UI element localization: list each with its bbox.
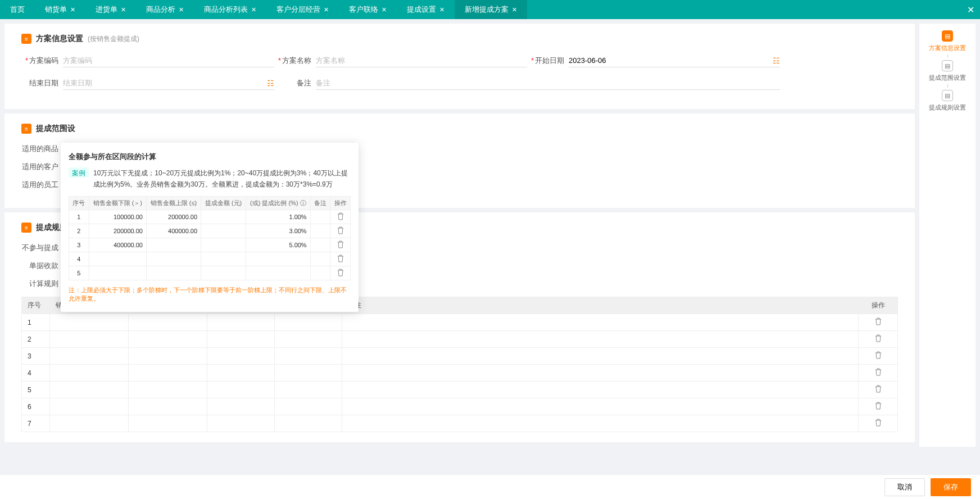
exclude-label: 不参与提成 [21, 243, 63, 253]
rule-table: 序号 销售金额下限(＞) 销售金额上限(≤) 提成金额(元) (或)提成比例(%… [21, 297, 898, 432]
panel-icon: ≡ [21, 124, 31, 134]
rule-th-remark: 备注 [342, 297, 859, 314]
delete-icon[interactable] [874, 368, 882, 376]
tab-客户分层经营[interactable]: 客户分层经营✕ [266, 0, 339, 19]
step-nav: ▤方案信息设置▤提成范围设置▤提成规则设置 [919, 24, 976, 447]
rule-row[interactable]: 5 [22, 382, 898, 398]
delete-icon[interactable] [337, 269, 344, 276]
popover-row: 4 [69, 252, 351, 266]
tab-商品分析[interactable]: 商品分析✕ [136, 0, 194, 19]
step-label: 方案信息设置 [929, 44, 966, 52]
step-icon: ▤ [942, 60, 953, 71]
start-date-input[interactable] [569, 54, 770, 67]
end-date-field: 结束日期 ☷ [21, 76, 274, 90]
delete-icon[interactable] [337, 212, 344, 220]
remark-input[interactable] [316, 76, 780, 89]
pop-th-op: 操作 [330, 196, 351, 210]
delete-icon[interactable] [874, 317, 882, 325]
rule-row[interactable]: 3 [22, 348, 898, 365]
popover-note: 注：上限必须大于下限；多个阶梯时，下一个阶梯下限要等于前一阶梯上限；不同行之间下… [69, 286, 351, 303]
receive-label: 单据收款 [21, 261, 63, 271]
plan-code-label: 方案编码 [29, 56, 58, 65]
step-connector [947, 55, 948, 58]
pop-th-lower: 销售金额下限 (＞) [89, 196, 146, 210]
popover-row: 1100000.00200000.001.00% [69, 210, 351, 224]
calendar-icon[interactable]: ☷ [267, 79, 274, 88]
step-label: 提成范围设置 [929, 74, 966, 82]
delete-icon[interactable] [874, 419, 882, 427]
tab-close-icon[interactable]: ✕ [439, 6, 444, 13]
tab-销货单[interactable]: 销货单✕ [35, 0, 85, 19]
start-date-label: 开始日期 [535, 56, 564, 65]
end-date-label: 结束日期 [29, 79, 58, 87]
save-button[interactable]: 保存 [931, 478, 971, 481]
cancel-button[interactable]: 取消 [884, 478, 925, 481]
remark-label: 备注 [297, 79, 311, 87]
tab-商品分析列表[interactable]: 商品分析列表✕ [194, 0, 266, 19]
step-nav-item[interactable]: ▤方案信息设置 [929, 30, 966, 52]
remark-field: 备注 [274, 76, 780, 90]
rule-row[interactable]: 4 [22, 365, 898, 382]
popover-title: 全额参与所在区间段的计算 [69, 152, 351, 162]
panel2-title: 提成范围设 [36, 124, 75, 134]
rule-row[interactable]: 7 [22, 415, 898, 432]
delete-icon[interactable] [874, 385, 882, 393]
panel-icon: ≡ [21, 34, 31, 44]
pop-th-amount: 提成金额 (元) [201, 196, 246, 210]
tab-close-icon[interactable]: ✕ [251, 6, 256, 13]
pop-th-remark: 备注 [310, 196, 330, 210]
rule-row[interactable]: 1 [22, 314, 898, 331]
delete-icon[interactable] [874, 402, 882, 410]
delete-icon[interactable] [337, 241, 344, 248]
popover-row: 5 [69, 266, 351, 280]
tab-新增提成方案[interactable]: 新增提成方案✕ [455, 0, 527, 19]
calc-rule-popover: 全额参与所在区间段的计算 案例 10万元以下无提成；10~20万元提成比例为1%… [61, 143, 359, 312]
rule-th-idx: 序号 [22, 297, 50, 314]
tab-提成设置[interactable]: 提成设置✕ [397, 0, 455, 19]
panel-icon: ≡ [21, 223, 31, 233]
tab-首页[interactable]: 首页 [0, 0, 35, 19]
panel-plan-info: ≡ 方案信息设置 (按销售金额提成) *方案编码 *方案名称 *开始日期 [4, 24, 915, 109]
rule-row[interactable]: 2 [22, 331, 898, 348]
footer-bar: 取消 保存 [0, 474, 980, 480]
delete-icon[interactable] [874, 351, 882, 359]
tab-客户联络[interactable]: 客户联络✕ [339, 0, 397, 19]
scope-goods-label: 适用的商品 [21, 144, 63, 154]
start-date-field: *开始日期 ☷ [527, 54, 780, 67]
popover-row: 3400000.005.00% [69, 238, 351, 252]
plan-name-field: *方案名称 [274, 54, 527, 67]
delete-icon[interactable] [337, 226, 344, 234]
delete-icon[interactable] [337, 255, 344, 262]
pop-th-idx: 序号 [69, 196, 89, 210]
plan-code-field: *方案编码 [21, 54, 274, 67]
step-icon: ▤ [942, 90, 953, 101]
tab-close-icon[interactable]: ✕ [324, 6, 329, 13]
tab-close-icon[interactable]: ✕ [70, 6, 75, 13]
tab-close-icon[interactable]: ✕ [121, 6, 126, 13]
case-badge: 案例 [69, 167, 89, 178]
plan-name-input[interactable] [316, 54, 527, 67]
pop-th-ratio: (或) 提成比例 (%) ⓘ [246, 196, 310, 210]
panel1-subtitle: (按销售金额提成) [88, 34, 139, 44]
rule-row[interactable]: 6 [22, 398, 898, 415]
tab-close-icon[interactable]: ✕ [179, 6, 184, 13]
end-date-input[interactable] [63, 76, 265, 89]
plan-name-label: 方案名称 [282, 56, 311, 65]
delete-icon[interactable] [874, 334, 882, 342]
tab-close-icon[interactable]: ✕ [512, 6, 517, 13]
calc-label: 计算规则 [21, 279, 63, 289]
panel1-title: 方案信息设置 [36, 34, 83, 44]
scope-employee-label: 适用的员工 [21, 180, 63, 190]
case-text: 10万元以下无提成；10~20万元提成比例为1%；20~40万提成比例为3%；4… [93, 167, 351, 190]
tab-close-icon[interactable]: ✕ [382, 6, 387, 13]
step-nav-item[interactable]: ▤提成范围设置 [929, 60, 966, 82]
tab-进货单[interactable]: 进货单✕ [85, 0, 136, 19]
close-all-tabs-button[interactable]: ✕ [967, 0, 974, 19]
scope-customer-label: 适用的客户 [21, 162, 63, 172]
plan-code-input[interactable] [63, 54, 274, 67]
step-nav-item[interactable]: ▤提成规则设置 [929, 90, 966, 112]
calendar-icon[interactable]: ☷ [773, 56, 780, 65]
popover-row: 2200000.00400000.003.00% [69, 224, 351, 238]
pop-th-upper: 销售金额上限 (≤) [146, 196, 201, 210]
tab-bar: 首页销货单✕进货单✕商品分析✕商品分析列表✕客户分层经营✕客户联络✕提成设置✕新… [0, 0, 980, 19]
